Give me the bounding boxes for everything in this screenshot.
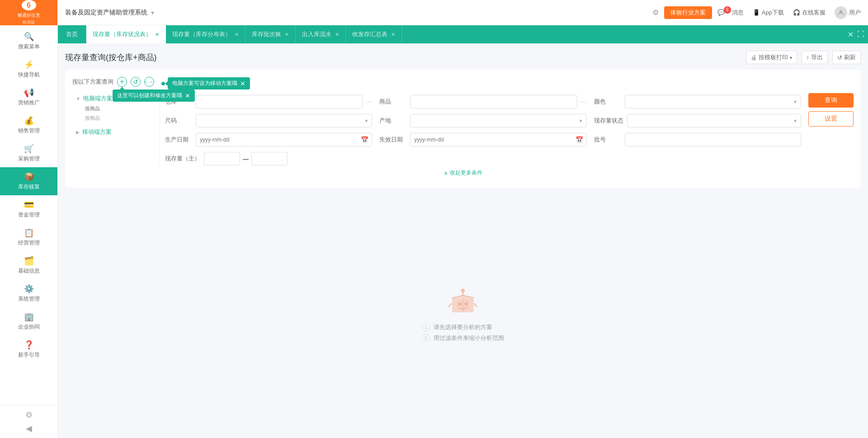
production-date-input[interactable]	[196, 133, 372, 146]
sidebar-item-basic-info[interactable]: 🗂️ 基础信息	[0, 251, 57, 279]
tab-home[interactable]: 首页	[58, 25, 86, 43]
sidebar-collapse-icon[interactable]: ◀	[26, 424, 32, 433]
system-dropdown-arrow[interactable]: ▾	[151, 9, 154, 16]
tab-receive-summary[interactable]: 收发存汇总表 ✕	[346, 25, 402, 43]
sidebar-item-label: 资金管理	[18, 211, 40, 219]
tabbar: 首页 现存量（库存状况表） ✕ 现存量（库存分布表） ✕ 库存批次账 ✕ 出入库…	[58, 25, 868, 43]
tooltip-scheme-close[interactable]: ✕	[240, 80, 245, 87]
page-header: 现存量查询(按仓库+商品) 🖨 按模板打印 ▾ ↑ 导出 ↺ 刷新	[65, 51, 861, 64]
sidebar-item-finance[interactable]: 💳 资金管理	[0, 195, 57, 223]
scheme-pc-child-label: 按商品	[85, 105, 100, 112]
tip-text-2: 用过滤条件来缩小分析范围	[434, 334, 504, 342]
filter-grid-row4: 现存量（主） —	[165, 152, 801, 165]
template-print-button[interactable]: 🖨 按模板打印 ▾	[746, 51, 797, 64]
user-label: 用户	[849, 9, 861, 17]
scheme-mobile-label: 移动端方案	[82, 128, 112, 136]
size-select[interactable]	[196, 114, 372, 127]
empty-tips: 1 请先选择要分析的方案 2 用过滤条件来缩小分析范围	[422, 323, 504, 342]
tab-close-all-icon[interactable]: ✕	[848, 30, 854, 39]
avatar	[835, 6, 847, 19]
color-select[interactable]	[625, 95, 801, 108]
settings-gear-icon[interactable]: ⚙	[652, 8, 659, 17]
sidebar-item-system[interactable]: ⚙️ 系统管理	[0, 279, 57, 307]
quick-nav-icon: ⚡	[24, 60, 34, 70]
goods-dots[interactable]: ···	[580, 97, 587, 107]
app-download-item[interactable]: 📱 App下载	[753, 9, 784, 17]
warehouse-dots[interactable]: ···	[365, 97, 372, 107]
tooltip-create-close[interactable]: ✕	[185, 92, 190, 99]
tooltip-scheme: 电脑方案可设为移动方案哦 ✕	[168, 77, 250, 89]
tooltip-scheme-text: 电脑方案可设为移动方案哦	[172, 80, 237, 87]
sidebar-item-inventory[interactable]: 📦 库存核算	[0, 167, 57, 195]
sidebar-nav: 🔍 搜索菜单 ⚡ 快捷导航 📢 营销推广 💰 销售管理 🛒 采购管理 📦 库存核…	[0, 25, 57, 405]
scheme-pc-child-1[interactable]: 按商品	[85, 104, 150, 113]
svg-line-8	[448, 303, 452, 307]
inventory-main-to[interactable]	[251, 152, 288, 165]
sidebar-item-search[interactable]: 🔍 搜索菜单	[0, 27, 57, 55]
online-support-label: 在线客服	[802, 9, 826, 17]
sidebar-item-operations[interactable]: 📋 经营管理	[0, 223, 57, 251]
tab-batch-ledger[interactable]: 库存批次账 ✕	[245, 25, 296, 43]
sidebar-item-label: 营销推广	[18, 99, 40, 107]
sidebar-bottom: ⚙ ◀	[0, 405, 57, 438]
tab-batch-ledger-close[interactable]: ✕	[285, 32, 289, 38]
filter-size: 尺码	[165, 114, 372, 127]
tab-inventory-dist-close[interactable]: ✕	[235, 32, 239, 38]
scheme-add-button[interactable]: +	[117, 77, 127, 87]
origin-select[interactable]	[410, 114, 586, 127]
tab-home-label: 首页	[66, 30, 78, 38]
sales-icon: 💰	[24, 116, 34, 126]
refresh-icon: ↺	[837, 54, 842, 61]
scheme-refresh-button[interactable]: ↺	[131, 77, 141, 87]
chevron-down-icon: ▾	[790, 55, 792, 60]
batch-input[interactable]	[625, 133, 801, 146]
tab-inout-flow[interactable]: 出入库流水 ✕	[296, 25, 346, 43]
sidebar-item-purchase[interactable]: 🛒 采购管理	[0, 139, 57, 167]
inventory-main-from[interactable]	[204, 152, 240, 165]
empty-tip-1: 1 请先选择要分析的方案	[422, 323, 504, 331]
tab-inout-flow-label: 出入库流水	[302, 30, 331, 38]
svg-point-5	[465, 302, 467, 305]
origin-select-wrap	[410, 114, 586, 127]
settings-button[interactable]: 设置	[808, 111, 854, 127]
trial-button[interactable]: 体验行业方案	[664, 6, 712, 19]
refresh-button[interactable]: ↺ 刷新	[832, 51, 861, 64]
svg-line-9	[474, 303, 477, 307]
tab-inventory-status-close[interactable]: ✕	[155, 32, 159, 38]
user-item[interactable]: 用户	[835, 6, 861, 19]
tab-receive-summary-label: 收发存汇总表	[352, 30, 387, 38]
sidebar-settings-icon[interactable]: ⚙	[25, 410, 33, 420]
goods-input[interactable]	[410, 95, 577, 108]
production-date-calendar-icon[interactable]: 📅	[361, 136, 368, 143]
sidebar-item-marketing[interactable]: 📢 营销推广	[0, 83, 57, 111]
expiry-date-input[interactable]	[410, 133, 586, 146]
inventory-status-select[interactable]	[627, 114, 801, 127]
search-button[interactable]: 查询	[808, 93, 854, 108]
scheme-pc-label: 电脑端方案	[83, 94, 113, 103]
tab-inventory-dist[interactable]: 现存量（库存分布表） ✕	[166, 25, 245, 43]
scheme-pc-child-2[interactable]: 按商品	[85, 113, 150, 123]
collapse-bar[interactable]: ∧ 收起更多条件	[72, 165, 854, 180]
sidebar-item-guide[interactable]: ❓ 新手引导	[0, 335, 57, 363]
tab-inventory-status[interactable]: 现存量（库存状况表） ✕	[86, 25, 166, 43]
tabbar-actions: ✕ ⛶	[848, 30, 868, 39]
tab-receive-summary-close[interactable]: ✕	[391, 32, 395, 38]
production-date-label: 生产日期	[165, 136, 192, 144]
sidebar-item-sales[interactable]: 💰 销售管理	[0, 111, 57, 139]
tab-expand-icon[interactable]: ⛶	[857, 30, 864, 38]
tab-inout-flow-close[interactable]: ✕	[335, 32, 339, 38]
sidebar-item-label: 新手引导	[18, 351, 40, 359]
sidebar-item-quick-nav[interactable]: ⚡ 快捷导航	[0, 55, 57, 83]
export-button[interactable]: ↑ 导出	[802, 51, 828, 64]
range-dash: —	[243, 155, 249, 162]
sidebar-item-enterprise[interactable]: 🏢 企业协同	[0, 307, 57, 335]
expiry-date-calendar-icon[interactable]: 📅	[576, 136, 583, 143]
scheme-mobile-item[interactable]: ▶ 移动端方案	[76, 127, 150, 137]
scheme-back-button[interactable]: ←←	[144, 77, 154, 87]
online-support-item[interactable]: 🎧 在线客服	[793, 9, 826, 17]
inventory-range: —	[204, 152, 372, 165]
origin-label: 产地	[379, 117, 406, 125]
filter-fields: 仓库 ··· 商品	[165, 93, 801, 165]
message-item[interactable]: 💬 6 消息	[717, 9, 744, 17]
warehouse-input[interactable]	[196, 95, 363, 108]
